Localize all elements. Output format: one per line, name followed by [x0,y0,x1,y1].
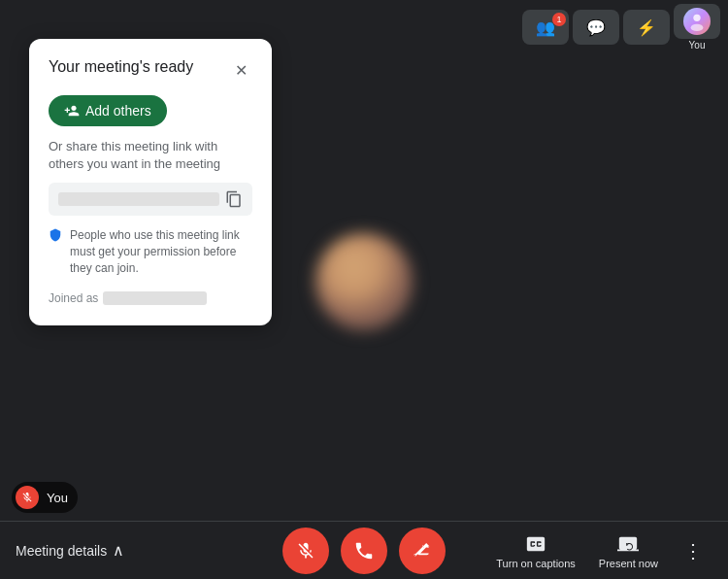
user-avatar-wrap: You [674,4,720,51]
joined-email: user@example.com [103,291,207,305]
controls-right: Turn on captions Present now ⋮ [488,528,712,573]
share-text: Or share this meeting link with others y… [49,138,252,173]
captions-icon [524,532,547,556]
more-icon: ⋮ [683,539,703,562]
avatar [683,8,711,35]
security-row: People who use this meeting link must ge… [49,227,252,276]
chat-button[interactable]: 💬 [573,10,619,45]
top-bar: 👥 1 💬 ⚡ You [514,0,728,54]
activities-button[interactable]: ⚡ [623,10,670,45]
present-now-label: Present now [599,558,658,569]
copy-link-button[interactable] [225,190,243,208]
user-avatar-button[interactable] [674,4,720,39]
svg-point-1 [691,24,704,31]
close-dialog-button[interactable]: ✕ [229,58,252,82]
dialog-title: Your meeting's ready [49,58,193,76]
activities-icon: ⚡ [637,18,656,37]
more-options-button[interactable]: ⋮ [674,531,712,570]
controls-center [282,528,446,574]
joined-label: Joined as [49,291,98,305]
mic-off-indicator [16,486,39,509]
participants-badge: 1 [552,13,566,26]
captions-label: Turn on captions [496,558,576,569]
participant-avatar [315,233,413,330]
end-call-button[interactable] [341,528,387,574]
present-icon [616,532,640,556]
participant-badge: You [12,482,78,513]
participant-name: You [47,491,68,505]
participants-button[interactable]: 👥 1 [522,10,569,45]
mute-button[interactable] [282,528,329,574]
meeting-link: meet.google.com/abc-defg-hij [58,192,219,206]
add-others-label: Add others [85,103,151,119]
you-label: You [689,40,706,51]
bottom-bar: Meeting details ∧ Turn on cap [0,521,728,579]
svg-point-0 [693,15,700,21]
dialog-header: Your meeting's ready ✕ [49,58,252,82]
meeting-details-toggle[interactable]: Meeting details ∧ [16,541,124,560]
meeting-details-label: Meeting details [16,543,107,559]
present-now-button[interactable]: Present now [591,528,666,573]
chat-icon: 💬 [586,18,606,37]
link-row: meet.google.com/abc-defg-hij [49,183,252,216]
add-others-button[interactable]: Add others [49,95,167,126]
meeting-ready-dialog: Your meeting's ready ✕ Add others Or sha… [29,39,272,325]
camera-off-button[interactable] [399,528,446,574]
security-text: People who use this meeting link must ge… [70,227,252,276]
joined-row: Joined as user@example.com [49,289,252,306]
captions-button[interactable]: Turn on captions [488,528,583,573]
chevron-up-icon: ∧ [113,541,124,560]
shield-icon [49,228,62,245]
